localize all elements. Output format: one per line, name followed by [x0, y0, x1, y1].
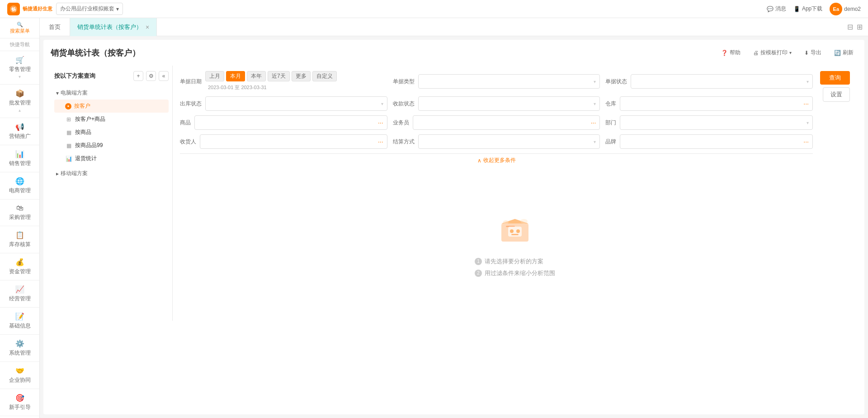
sidebar-item-enterprise[interactable]: 🤝 企业协同: [0, 362, 39, 389]
scheme-item-by-product-99[interactable]: ▦ 按商品品99: [54, 139, 169, 152]
sidebar-item-ecommerce[interactable]: 🌐 电商管理: [0, 172, 39, 200]
svg-text:畅: 畅: [11, 7, 16, 12]
purchase-icon: 🛍: [2, 204, 38, 212]
scheme-item-by-customer[interactable]: ● 按客户: [54, 100, 169, 113]
receipt-status-selector[interactable]: ▾: [418, 96, 600, 111]
warehouse-selector[interactable]: ···: [620, 96, 813, 111]
brand-label: 品牌: [605, 138, 616, 146]
date-label: 单据日期: [180, 78, 202, 86]
payment-method-selector[interactable]: ▾: [418, 134, 600, 149]
sales-icon: 📊: [2, 150, 38, 158]
sidebar-item-system[interactable]: ⚙️ 系统管理: [0, 335, 39, 362]
recipient-selector[interactable]: ···: [200, 134, 387, 149]
finance-icon: 💰: [2, 258, 38, 266]
collapse-filters-button[interactable]: ∧ 收起更多条件: [180, 153, 813, 167]
tab-home[interactable]: 首页: [40, 18, 70, 36]
sidebar-search[interactable]: 🔍 搜索菜单: [0, 18, 39, 38]
empty-state: 1 请先选择要分析的方案 2 用过滤条件来缩小分析范围: [180, 167, 850, 315]
tab-close-button[interactable]: ×: [146, 24, 149, 31]
system-icon: ⚙️: [2, 339, 38, 348]
app-download-button[interactable]: 📱 App下载: [793, 5, 822, 13]
sidebar-item-basic[interactable]: 📝 基础信息: [0, 308, 39, 335]
sidebar-item-inventory[interactable]: 📋 库存核算: [0, 226, 39, 253]
message-icon: 💬: [767, 6, 774, 12]
tab-sales-stats[interactable]: 销货单统计表（按客户） ×: [70, 18, 157, 36]
tab-maximize-button[interactable]: ⊞: [857, 23, 863, 31]
salesperson-cell: 业务员 ···: [393, 115, 600, 130]
logo-icon: 畅: [7, 3, 20, 15]
message-button[interactable]: 💬 消息: [767, 5, 786, 13]
scheme-item-by-customer-product[interactable]: ⊞ 按客户+商品: [54, 113, 169, 126]
tab-minimize-button[interactable]: ⊟: [847, 23, 853, 31]
scheme-group-mobile-header[interactable]: ▸ 移动端方案: [54, 167, 169, 180]
sidebar-item-purchase[interactable]: 🛍 采购管理: [0, 200, 39, 226]
print-button[interactable]: 🖨 按模板打印 ▾: [750, 47, 795, 58]
date-btn-more[interactable]: 更多: [292, 71, 311, 81]
product-selector[interactable]: ···: [194, 115, 387, 130]
scheme-item-by-product[interactable]: ▦ 按商品: [54, 126, 169, 139]
user-menu[interactable]: Ea demo2: [830, 3, 861, 15]
sidebar-item-operation[interactable]: 📈 经营管理: [0, 280, 39, 308]
date-btn-lastmonth[interactable]: 上月: [205, 71, 224, 81]
recipient-ellipsis-icon: ···: [378, 138, 383, 145]
add-scheme-button[interactable]: +: [133, 71, 143, 81]
export-button[interactable]: ⬇ 导出: [801, 47, 825, 58]
salesperson-selector[interactable]: ···: [413, 115, 600, 130]
department-arrow-icon: ▾: [807, 120, 809, 125]
doc-type-arrow-icon: ▾: [594, 79, 596, 84]
doc-status-selector[interactable]: ▾: [631, 74, 813, 89]
payment-arrow-icon: ▾: [594, 139, 596, 144]
scheme-table2-icon: ▦: [65, 142, 72, 149]
industry-name: 办公用品行业模拟账套: [60, 5, 114, 13]
recipient-label: 收货人: [180, 138, 196, 146]
inventory-icon: 📋: [2, 231, 38, 239]
date-btn-thismonth[interactable]: 本月: [226, 71, 245, 81]
sidebar-item-finance[interactable]: 💰 资金管理: [0, 253, 39, 280]
logo-text: 畅捷通好生意: [23, 6, 52, 12]
out-status-label: 出库状态: [180, 100, 202, 108]
brand-ellipsis-icon: ···: [803, 138, 809, 145]
scheme-settings-button[interactable]: ⚙: [146, 71, 156, 81]
doc-status-label: 单据状态: [605, 78, 627, 86]
user-name: demo2: [844, 6, 861, 12]
settings-button[interactable]: 设置: [823, 87, 850, 102]
doc-type-selector[interactable]: ▾: [418, 74, 600, 89]
sidebar-item-retail[interactable]: 🛒 零售管理 ▾: [0, 51, 39, 85]
industry-selector[interactable]: 办公用品行业模拟账套 ▾: [56, 3, 123, 15]
scheme-item-return-stats[interactable]: 📊 退货统计: [54, 152, 169, 165]
date-btn-7days[interactable]: 近7天: [268, 71, 290, 81]
date-btn-custom[interactable]: 自定义: [312, 71, 337, 81]
scheme-collapse-button[interactable]: «: [159, 71, 169, 81]
wholesale-icon: 📦: [2, 89, 38, 98]
sidebar-item-wholesale[interactable]: 📦 批发管理 ▴: [0, 85, 39, 118]
ecommerce-icon: 🌐: [2, 177, 38, 185]
sidebar-item-appcenter[interactable]: 📱 应用中心: [0, 416, 39, 418]
scheme-group-desktop-header[interactable]: ▾ 电脑端方案: [54, 86, 169, 100]
sidebar-item-sales[interactable]: 📊 销售管理: [0, 145, 39, 172]
help-button[interactable]: ❓ 帮助: [717, 47, 744, 58]
industry-arrow: ▾: [116, 6, 119, 12]
product-label: 商品: [180, 119, 191, 127]
marketing-icon: 📢: [2, 123, 38, 131]
scheme-chart-icon: 📊: [65, 155, 72, 162]
collapse-icon: ∧: [477, 157, 481, 164]
newuser-icon: 🎯: [2, 394, 38, 402]
query-button[interactable]: 查询: [820, 71, 850, 85]
sidebar-item-marketing[interactable]: 📢 营销推广: [0, 118, 39, 145]
refresh-button[interactable]: 🔄 刷新: [830, 47, 857, 58]
svg-point-10: [520, 219, 528, 223]
date-btn-thisyear[interactable]: 本年: [247, 71, 266, 81]
receipt-status-arrow-icon: ▾: [594, 101, 596, 106]
svg-point-9: [503, 220, 509, 224]
doc-type-label: 单据类型: [393, 78, 415, 86]
out-status-selector[interactable]: ▾: [205, 96, 387, 111]
sidebar-item-newuser[interactable]: 🎯 新手引导: [0, 389, 39, 416]
department-selector[interactable]: ▾: [620, 115, 813, 130]
brand-selector[interactable]: ···: [620, 134, 813, 149]
date-filter-cell: 单据日期 上月 本月 本年 近7天 更多 自定义: [180, 71, 387, 92]
warehouse-label: 仓库: [605, 100, 616, 108]
scheme-grid-icon: ⊞: [65, 116, 72, 123]
department-cell: 部门 ▾: [605, 115, 813, 130]
warehouse-cell: 仓库 ···: [605, 96, 813, 111]
scheme-group-desktop: ▾ 电脑端方案 ● 按客户 ⊞ 按客户+商品: [54, 86, 169, 165]
